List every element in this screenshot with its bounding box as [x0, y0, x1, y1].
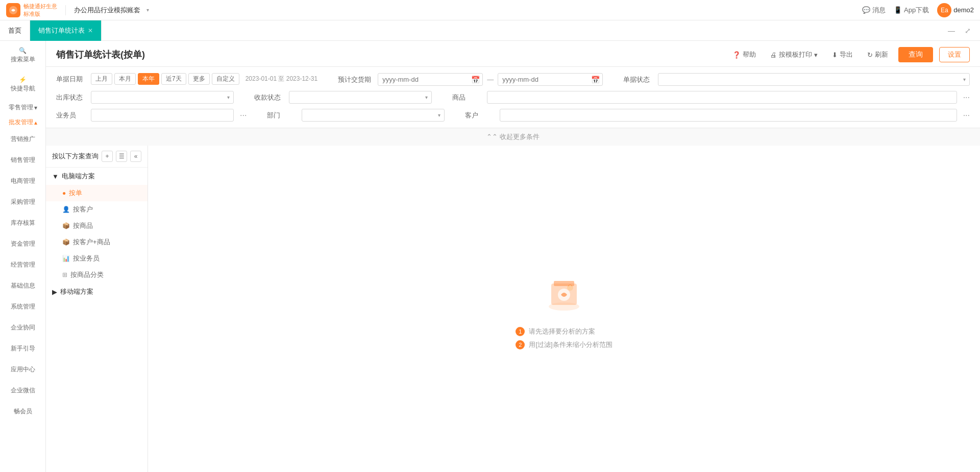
search-icon: 🔍: [19, 47, 27, 54]
window-controls: — ⤢: [945, 25, 980, 37]
sidebar-item-system[interactable]: 系统管理: [0, 296, 45, 317]
department-label: 部门: [267, 111, 298, 120]
scheme-item-by-customer[interactable]: 👤 按客户: [46, 201, 148, 218]
collapse-bar[interactable]: ⌃⌃ 收起更多条件: [46, 128, 980, 146]
tab-close-icon[interactable]: ✕: [88, 27, 93, 34]
payment-status-wrapper: ▾: [289, 91, 432, 104]
order-status-select-wrapper: ▾: [658, 73, 970, 86]
expected-start-input[interactable]: [378, 73, 483, 86]
product-more-icon[interactable]: ···: [963, 93, 970, 102]
date-this-month-btn[interactable]: 本月: [114, 73, 136, 85]
scheme-item-by-customer-product[interactable]: 📦 按客户+商品: [46, 234, 148, 250]
scheme-item-by-salesperson[interactable]: 📊 按业务员: [46, 250, 148, 267]
sidebar-item-purchase[interactable]: 采购管理: [0, 192, 45, 213]
left-panel-actions: + ☰ «: [102, 151, 141, 162]
by-product-category-icon: ⊞: [62, 271, 67, 278]
refresh-button[interactable]: ↻ 刷新: [863, 48, 892, 61]
mobile-scheme-group-header[interactable]: ▶ 移动端方案: [46, 283, 148, 300]
empty-illustration: [538, 268, 590, 321]
sidebar-item-finance[interactable]: 资金管理: [0, 233, 45, 254]
calendar-start-icon[interactable]: 📅: [471, 76, 480, 84]
sidebar-item-newbie[interactable]: 新手引导: [0, 338, 45, 359]
retail-arrow-icon: ▾: [34, 104, 37, 111]
topbar-right: 💬 消息 📱 App下载 Ea demo2: [862, 3, 974, 17]
print-dropdown-icon: ▾: [814, 51, 818, 59]
date-custom-btn[interactable]: 自定义: [212, 73, 239, 85]
sidebar-item-marketing[interactable]: 营销推广: [0, 129, 45, 150]
salesperson-input[interactable]: [91, 109, 234, 122]
app-title-dropdown-icon[interactable]: ▾: [146, 7, 149, 13]
manage-scheme-button[interactable]: ☰: [116, 151, 127, 162]
topbar-left: 畅捷通好生意 标准版 办公用品行业模拟账套 ▾: [6, 3, 149, 17]
date-7days-btn[interactable]: 近7天: [161, 73, 186, 85]
left-panel: 按以下方案查询 + ☰ « ▼ 电脑端方案 ● 按单: [46, 146, 148, 472]
topbar-divider: [65, 5, 66, 15]
sidebar-item-enterprise[interactable]: 企业协同: [0, 317, 45, 338]
user-profile[interactable]: Ea demo2: [937, 3, 974, 17]
sidebar-item-inventory[interactable]: 库存核算: [0, 213, 45, 233]
order-status-label: 单据状态: [623, 75, 654, 84]
help-button[interactable]: ❓ 帮助: [728, 48, 760, 61]
sidebar-item-wholesale[interactable]: 批发管理 ▴: [0, 114, 45, 129]
pc-scheme-group-header[interactable]: ▼ 电脑端方案: [46, 168, 148, 185]
date-separator: —: [487, 76, 494, 83]
sidebar-item-basic[interactable]: 基础信息: [0, 275, 45, 296]
product-input[interactable]: [487, 91, 957, 104]
hint-num-2: 2: [516, 340, 525, 349]
filter-area: 单据日期 上月 本月 本年 近7天 更多 自定义 2023-01-01 至 20…: [46, 67, 980, 146]
salesperson-label: 业务员: [56, 111, 87, 120]
date-last-month-btn[interactable]: 上月: [91, 73, 112, 85]
tab-sales-order-stats[interactable]: 销售订单统计表 ✕: [30, 20, 102, 41]
department-group: 部门 ▾: [267, 109, 445, 122]
print-icon: 🖨: [770, 51, 777, 59]
sidebar-search[interactable]: 🔍 搜索菜单: [0, 41, 45, 70]
scheme-item-by-order[interactable]: ● 按单: [46, 185, 148, 201]
print-button[interactable]: 🖨 按模板打印 ▾: [766, 48, 822, 61]
order-status-select[interactable]: [658, 73, 970, 86]
customer-more-icon[interactable]: ···: [963, 111, 970, 120]
svg-point-5: [567, 285, 573, 291]
sidebar-item-operations[interactable]: 经营管理: [0, 254, 45, 275]
minimize-button[interactable]: —: [945, 25, 958, 37]
sidebar-item-member[interactable]: 畅会员: [0, 401, 45, 422]
calendar-end-icon[interactable]: 📅: [591, 76, 600, 84]
message-button[interactable]: 💬 消息: [862, 6, 886, 15]
salesperson-more-icon[interactable]: ···: [240, 111, 247, 120]
department-select[interactable]: [302, 109, 445, 122]
scheme-item-by-product[interactable]: 📦 按商品: [46, 218, 148, 234]
date-this-year-btn[interactable]: 本年: [138, 73, 159, 85]
page-actions: ❓ 帮助 🖨 按模板打印 ▾ ⬇ 导出 ↻ 刷新 查询 设置: [728, 47, 970, 62]
maximize-button[interactable]: ⤢: [962, 25, 974, 37]
salesperson-group: 业务员 ···: [56, 109, 247, 122]
sidebar-item-ecommerce[interactable]: 电商管理: [0, 171, 45, 192]
settings-button[interactable]: 设置: [939, 47, 970, 62]
date-more-btn[interactable]: 更多: [188, 73, 210, 85]
customer-input[interactable]: [500, 109, 957, 122]
sidebar-item-wechat[interactable]: 企业微信: [0, 380, 45, 401]
sidebar-item-apps[interactable]: 应用中心: [0, 359, 45, 380]
add-scheme-button[interactable]: +: [102, 151, 113, 162]
delivery-status-select[interactable]: [91, 91, 234, 104]
expected-end-input[interactable]: [498, 73, 603, 86]
app-download-button[interactable]: 📱 App下载: [894, 6, 929, 15]
sidebar-item-sales[interactable]: 销售管理: [0, 150, 45, 171]
sidebar-item-retail[interactable]: 零售管理 ▾: [0, 99, 45, 114]
left-panel-header: 按以下方案查询 + ☰ «: [46, 146, 148, 168]
delivery-status-label: 出库状态: [56, 93, 87, 102]
collapse-up-icon: ⌃⌃: [486, 133, 500, 140]
sidebar-shortcut[interactable]: ⚡ 快捷导航: [0, 70, 45, 99]
expected-delivery-group: 预计交货期 📅 — 📅: [338, 73, 603, 86]
payment-status-select[interactable]: [289, 91, 432, 104]
date-shortcuts: 上月 本月 本年 近7天 更多 自定义: [91, 73, 239, 85]
tab-home-label: 首页: [8, 26, 21, 35]
collapse-panel-button[interactable]: «: [130, 151, 141, 162]
tab-home[interactable]: 首页: [0, 20, 30, 41]
export-button[interactable]: ⬇ 导出: [828, 48, 857, 61]
logo-area: 畅捷通好生意 标准版: [6, 3, 57, 17]
by-customer-icon: 👤: [62, 206, 70, 213]
by-customer-product-icon: 📦: [62, 239, 70, 246]
query-button[interactable]: 查询: [898, 47, 933, 62]
scheme-item-by-product-category[interactable]: ⊞ 按商品分类: [46, 267, 148, 283]
refresh-icon: ↻: [867, 51, 873, 59]
avatar: Ea: [937, 3, 951, 17]
